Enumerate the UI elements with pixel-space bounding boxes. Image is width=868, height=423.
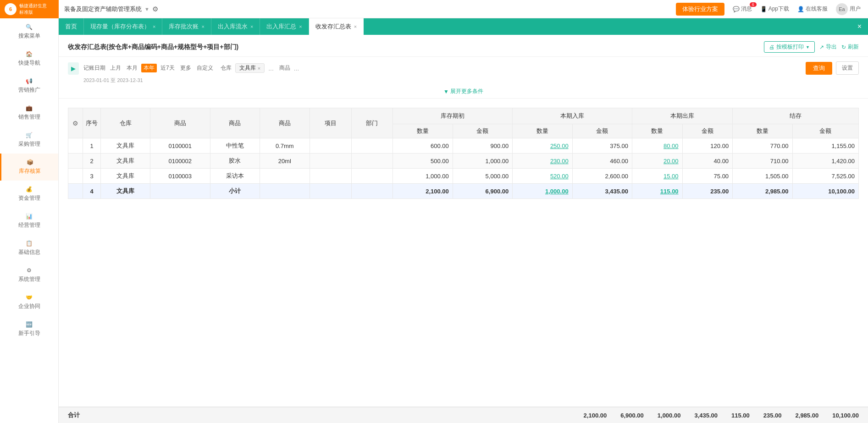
export-button[interactable]: ↗ 导出 xyxy=(819,43,837,51)
operations-icon: 📊 xyxy=(26,213,33,220)
date-opt-last-month[interactable]: 上月 xyxy=(108,64,123,72)
table-settings-icon: ⚙ xyxy=(72,120,78,127)
sidebar-item-marketing[interactable]: 📢 营销推广 xyxy=(0,72,58,99)
row2-in-qty[interactable]: 230.00 xyxy=(513,154,572,169)
row1-bal-qty: 770.00 xyxy=(733,138,792,154)
row2-out-amt: 40.00 xyxy=(682,154,733,169)
row2-name: 胶水 xyxy=(210,154,260,169)
tab-inventory-dist[interactable]: 现存量（库存分布表） × xyxy=(84,18,162,35)
row1-code: 0100001 xyxy=(150,138,210,154)
row4-out-qty[interactable]: 115.00 xyxy=(632,184,683,199)
sidebar-item-new-guide[interactable]: 🆕 新手引导 xyxy=(0,316,58,343)
tab-in-out-flow[interactable]: 出入库流水 × xyxy=(211,18,260,35)
row1-out-amt: 120.00 xyxy=(682,138,733,154)
tab-bar-close-btn[interactable]: × xyxy=(851,22,868,31)
date-opt-this-year[interactable]: 本年 xyxy=(141,64,157,72)
tab-close-receive-send-summary[interactable]: × xyxy=(354,24,357,29)
row1-out-qty[interactable]: 80.00 xyxy=(632,138,683,154)
col-in-amt: 金额 xyxy=(572,124,632,138)
tab-close-in-out-flow[interactable]: × xyxy=(250,24,253,29)
tab-receive-send-summary[interactable]: 收发存汇总表 × xyxy=(309,18,364,35)
row3-open-amt: 5,000.00 xyxy=(453,169,512,184)
row3-in-qty[interactable]: 520.00 xyxy=(513,169,572,184)
row2-num: 2 xyxy=(83,154,101,169)
logo-icon: 6 xyxy=(5,3,17,15)
row4-open-amt: 6,900.00 xyxy=(453,184,512,199)
sidebar-item-system[interactable]: ⚙ 系统管理 xyxy=(0,262,58,289)
row3-code: 0100003 xyxy=(150,169,210,184)
sidebar-item-finance[interactable]: 💰 资金管理 xyxy=(0,181,58,208)
sidebar-item-enterprise[interactable]: 🤝 企业协同 xyxy=(0,289,58,316)
settings-button[interactable]: 设置 xyxy=(836,61,859,75)
row4-out-amt: 235.00 xyxy=(682,184,733,199)
tab-batch-account[interactable]: 库存批次账 × xyxy=(162,18,211,35)
row4-in-qty[interactable]: 1,000.00 xyxy=(513,184,572,199)
warehouse-tag-close[interactable]: × xyxy=(258,66,260,71)
sidebar-item-inventory[interactable]: 📦 库存核算 xyxy=(0,154,58,181)
col-project-header: 项目 xyxy=(310,108,351,138)
sidebar: 🔍 搜索菜单 🏠 快捷导航 📢 营销推广 💼 销售管理 🛒 采购管理 📦 库存核… xyxy=(0,18,59,423)
purchase-icon: 🛒 xyxy=(26,132,33,138)
user-item[interactable]: Ea 用户 xyxy=(836,3,861,15)
col-out-qty: 数量 xyxy=(632,124,683,138)
tab-close-inventory-dist[interactable]: × xyxy=(153,24,155,29)
date-opt-this-month[interactable]: 本月 xyxy=(125,64,139,72)
tab-in-out-summary[interactable]: 出入库汇总 × xyxy=(260,18,309,35)
tab-home[interactable]: 首页 xyxy=(59,18,84,35)
sidebar-item-basic-info[interactable]: 📋 基础信息 xyxy=(0,235,58,262)
expand-icon: ▼ xyxy=(443,88,449,95)
warehouse-dots[interactable]: ... xyxy=(268,65,274,72)
col-group-bal: 结存 xyxy=(733,108,859,124)
app-download-item[interactable]: 📱 App下载 xyxy=(760,5,789,13)
sidebar-item-sales[interactable]: 💼 销售管理 xyxy=(0,99,58,126)
sidebar-item-quick-nav[interactable]: 🏠 快捷导航 xyxy=(0,45,58,72)
col-spec-header: 商品 xyxy=(260,108,310,138)
col-group-out: 本期出库 xyxy=(632,108,733,124)
col-name-header: 商品 xyxy=(210,108,260,138)
sidebar-item-search[interactable]: 🔍 搜索菜单 xyxy=(0,18,58,45)
date-opt-7days[interactable]: 近7天 xyxy=(159,64,177,72)
sidebar-item-purchase[interactable]: 🛒 采购管理 xyxy=(0,126,58,154)
table-row: 2 文具库 0100002 胶水 20ml 500.00 1,000.00 23… xyxy=(68,154,859,169)
date-opt-custom[interactable]: 自定义 xyxy=(195,64,215,72)
row1-in-amt: 375.00 xyxy=(572,138,632,154)
tab-close-batch-account[interactable]: × xyxy=(201,24,204,29)
export-icon: ↗ xyxy=(819,44,824,50)
row3-open-qty: 1,000.00 xyxy=(393,169,453,184)
filter-arrow-btn[interactable]: ▶ xyxy=(68,62,79,75)
row4-name: 小计 xyxy=(210,184,260,199)
print-button[interactable]: 🖨 按模板打印 ▼ xyxy=(764,41,815,53)
row4-bal-qty: 2,985.00 xyxy=(733,184,792,199)
sidebar-item-operations[interactable]: 📊 经营管理 xyxy=(0,208,58,235)
message-icon: 💬 xyxy=(733,6,740,12)
col-group-open: 库存期初 xyxy=(393,108,513,124)
row1-dept xyxy=(351,138,393,154)
message-item[interactable]: 💬 消息 6 xyxy=(733,5,752,13)
system-name: 装备及固定资产辅助管理系统 ▼ ⚙ xyxy=(59,5,164,13)
row4-spec xyxy=(260,184,310,199)
online-service-item[interactable]: 👤 在线客服 xyxy=(797,5,828,13)
row2-out-qty[interactable]: 20.00 xyxy=(632,154,683,169)
warehouse-tag[interactable]: 文具库 × xyxy=(235,63,265,73)
row2-code: 0100002 xyxy=(150,154,210,169)
col-open-qty: 数量 xyxy=(393,124,453,138)
col-settings-header[interactable]: ⚙ xyxy=(68,108,83,138)
product-dots[interactable]: ... xyxy=(294,65,299,72)
row4-project xyxy=(310,184,351,199)
query-button[interactable]: 查询 xyxy=(806,62,832,75)
row1-in-qty[interactable]: 250.00 xyxy=(513,138,572,154)
footer-out-qty: 115.00 xyxy=(731,412,750,419)
footer-open-qty: 2,100.00 xyxy=(584,412,607,419)
refresh-button[interactable]: ↻ 刷新 xyxy=(841,43,859,51)
expand-conditions-btn[interactable]: ▼ 展开更多条件 xyxy=(443,88,483,95)
system-name-dropdown-icon[interactable]: ▼ xyxy=(144,6,149,12)
settings-icon[interactable]: ⚙ xyxy=(152,5,158,13)
col-in-qty: 数量 xyxy=(513,124,572,138)
tab-close-in-out-summary[interactable]: × xyxy=(299,24,302,29)
date-label: 记账日期 xyxy=(83,64,105,72)
footer-bal-amt: 10,100.00 xyxy=(832,412,859,419)
date-opt-more[interactable]: 更多 xyxy=(178,64,193,72)
col-open-amt: 金额 xyxy=(453,124,512,138)
row3-out-qty[interactable]: 15.00 xyxy=(632,169,683,184)
try-button[interactable]: 体验行业方案 xyxy=(676,3,724,16)
